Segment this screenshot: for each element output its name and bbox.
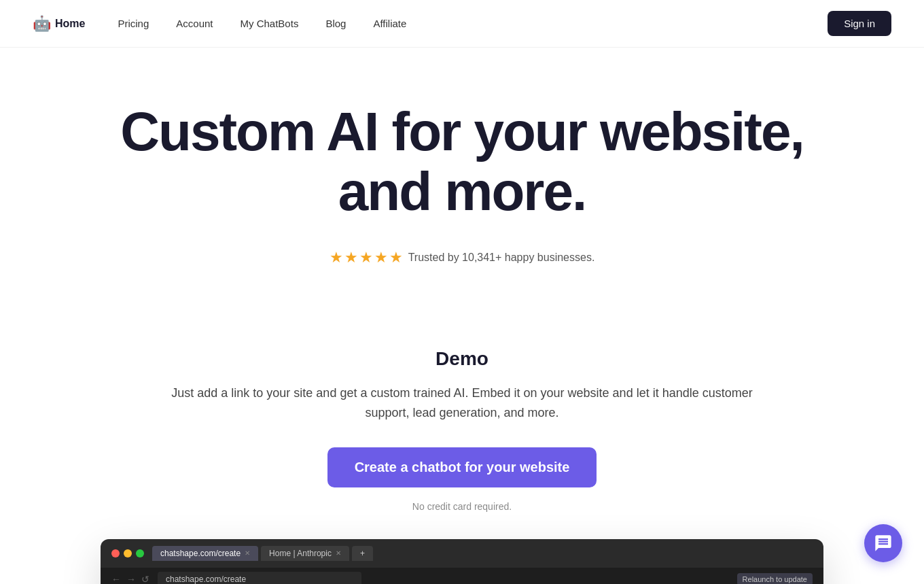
sign-in-button[interactable]: Sign in: [828, 11, 891, 36]
address-bar-row: ← → ↺ chatshape.com/create Relaunch to u…: [101, 568, 823, 584]
browser-tab-1[interactable]: chatshape.com/create ✕: [152, 546, 258, 561]
hero-title: Custom AI for your website, and more.: [88, 102, 836, 222]
chat-widget-button[interactable]: [864, 524, 902, 562]
nav-arrows: ← → ↺: [111, 574, 149, 584]
star-4: ★: [374, 249, 388, 267]
browser-tab-new[interactable]: +: [352, 546, 373, 561]
nav-link-pricing[interactable]: Pricing: [107, 12, 160, 35]
logo-text: Home: [55, 18, 85, 30]
star-2: ★: [344, 249, 358, 267]
screenshot-container: chatshape.com/create ✕ Home | Anthropic …: [68, 539, 856, 584]
star-5: ★: [389, 249, 403, 267]
nav-link-blog[interactable]: Blog: [315, 12, 357, 35]
hero-rating: ★ ★ ★ ★ ★ Trusted by 10,341+ happy busin…: [33, 249, 891, 267]
logo-icon: 🤖: [33, 15, 51, 33]
no-credit-card-text: No credit card required.: [33, 501, 891, 512]
browser-dots: [111, 549, 144, 557]
hero-section: Custom AI for your website, and more. ★ …: [0, 48, 924, 307]
star-3: ★: [359, 249, 373, 267]
tab-close-1[interactable]: ✕: [245, 549, 250, 557]
nav-links: Pricing Account My ChatBots Blog Affilia…: [107, 12, 417, 35]
tab-1-label: chatshape.com/create: [160, 549, 241, 558]
nav-link-affiliate[interactable]: Affiliate: [362, 12, 417, 35]
navbar: 🤖 Home Pricing Account My ChatBots Blog …: [0, 0, 924, 48]
demo-description: Just add a link to your site and get a c…: [156, 383, 768, 423]
dot-yellow: [124, 549, 132, 557]
create-chatbot-button[interactable]: Create a chatbot for your website: [327, 447, 597, 487]
star-rating: ★ ★ ★ ★ ★: [330, 249, 403, 267]
browser-mockup: chatshape.com/create ✕ Home | Anthropic …: [101, 539, 823, 584]
forward-arrow-icon[interactable]: →: [126, 574, 136, 584]
browser-tab-2[interactable]: Home | Anthropic ✕: [261, 546, 349, 561]
nav-left: 🤖 Home Pricing Account My ChatBots Blog …: [33, 12, 417, 35]
star-1: ★: [330, 249, 343, 267]
dot-red: [111, 549, 120, 557]
rating-text: Trusted by 10,341+ happy businesses.: [408, 252, 595, 264]
new-tab-icon: +: [360, 549, 365, 558]
nav-logo[interactable]: 🤖 Home: [33, 15, 85, 33]
dot-green: [136, 549, 144, 557]
back-arrow-icon[interactable]: ←: [111, 574, 121, 584]
tab-close-2[interactable]: ✕: [336, 549, 341, 557]
tab-2-label: Home | Anthropic: [269, 549, 332, 558]
relaunch-badge[interactable]: Relaunch to update: [737, 573, 813, 584]
chat-icon: [874, 534, 893, 553]
nav-link-account[interactable]: Account: [165, 12, 224, 35]
browser-tabs: chatshape.com/create ✕ Home | Anthropic …: [152, 546, 813, 561]
browser-bar: chatshape.com/create ✕ Home | Anthropic …: [101, 539, 823, 568]
demo-section: Demo Just add a link to your site and ge…: [0, 307, 924, 526]
browser-actions: Relaunch to update: [737, 573, 813, 584]
address-bar[interactable]: chatshape.com/create: [158, 572, 361, 584]
nav-right: Sign in: [828, 11, 891, 36]
demo-title: Demo: [33, 348, 891, 370]
refresh-icon[interactable]: ↺: [141, 574, 149, 584]
nav-link-mychatbots[interactable]: My ChatBots: [230, 12, 310, 35]
